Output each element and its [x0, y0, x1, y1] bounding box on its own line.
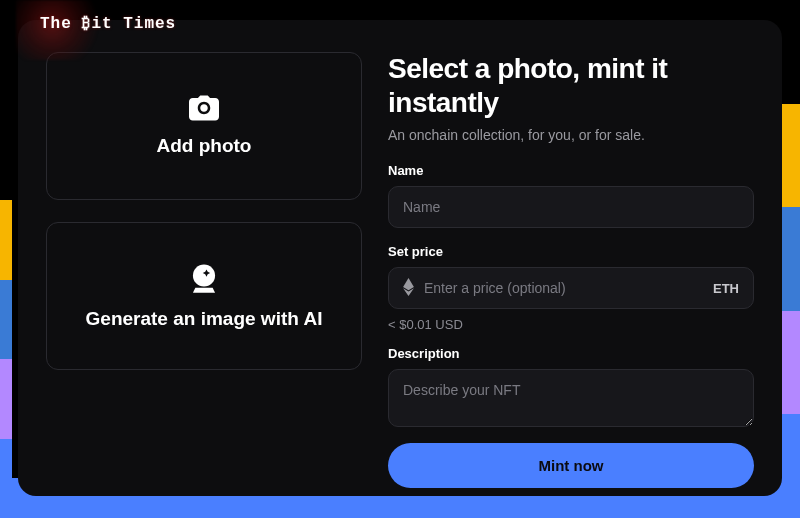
description-input[interactable]: [388, 369, 754, 427]
add-photo-panel[interactable]: Add photo: [46, 52, 362, 200]
name-label: Name: [388, 163, 754, 178]
decorative-stripe-right: [780, 0, 800, 518]
add-photo-label: Add photo: [157, 135, 252, 157]
left-column: Add photo Generate an image with AI: [46, 52, 362, 464]
right-column: Select a photo, mint it instantly An onc…: [388, 52, 754, 464]
svg-point-0: [193, 264, 215, 286]
description-label: Description: [388, 346, 754, 361]
camera-icon: [189, 95, 219, 121]
name-input[interactable]: [388, 186, 754, 228]
price-hint: < $0.01 USD: [388, 317, 754, 332]
price-label: Set price: [388, 244, 754, 259]
mint-button[interactable]: Mint now: [388, 443, 754, 488]
generate-ai-label: Generate an image with AI: [86, 308, 323, 330]
ethereum-icon: [403, 278, 414, 299]
price-input-wrapper: ETH: [388, 267, 754, 309]
crystal-ball-icon: [189, 262, 219, 294]
decorative-stripe-left: [0, 200, 12, 518]
hero-title: Select a photo, mint it instantly: [388, 52, 754, 119]
price-input[interactable]: [414, 268, 713, 308]
generate-ai-panel[interactable]: Generate an image with AI: [46, 222, 362, 370]
hero-subtitle: An onchain collection, for you, or for s…: [388, 127, 754, 143]
main-card: Add photo Generate an image with AI Sele…: [18, 20, 782, 496]
currency-suffix: ETH: [713, 281, 739, 296]
brand-logo: The ₿it Times: [40, 14, 176, 33]
